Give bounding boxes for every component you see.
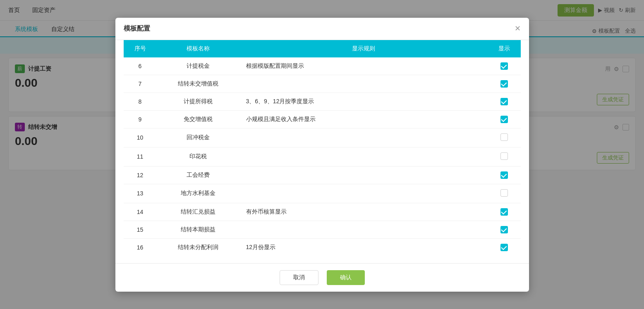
cell-name: 结转未交增值税 (157, 75, 239, 93)
cell-checkbox[interactable] (488, 184, 521, 203)
modal-overlay: 模板配置 ✕ 序号 模板名称 显示规则 显示 6 (0, 0, 644, 309)
checkbox-unchecked[interactable] (500, 189, 508, 197)
close-button[interactable]: ✕ (515, 25, 521, 32)
cell-rule: 12月份显示 (239, 238, 488, 255)
template-config-dialog: 模板配置 ✕ 序号 模板名称 显示规则 显示 6 (115, 18, 529, 292)
col-header-show: 显示 (488, 40, 521, 57)
cancel-button[interactable]: 取消 (280, 270, 318, 285)
col-header-name: 模板名称 (157, 40, 239, 57)
col-header-rule: 显示规则 (239, 40, 488, 57)
cell-name: 计提税金 (157, 57, 239, 75)
checkbox-checked[interactable] (500, 62, 508, 70)
cell-rule: 有外币核算显示 (239, 203, 488, 221)
checkbox-unchecked[interactable] (500, 133, 508, 141)
cell-rule (239, 221, 488, 238)
cell-name: 计提所得税 (157, 93, 239, 110)
dialog-footer: 取消 确认 (115, 263, 529, 292)
table-row: 12工会经费 (124, 166, 521, 184)
cell-rule (239, 147, 488, 166)
table-wrapper: 序号 模板名称 显示规则 显示 6计提税金根据模版配置期间显示7结转未交增值税8… (124, 40, 521, 255)
cell-rule: 3、6、9、12月按季度显示 (239, 93, 488, 110)
cell-name: 地方水利基金 (157, 184, 239, 203)
checkbox-checked[interactable] (500, 171, 508, 179)
checkbox-checked[interactable] (500, 208, 508, 216)
cell-rule (239, 166, 488, 184)
table-row: 8计提所得税3、6、9、12月按季度显示 (124, 93, 521, 110)
cell-name: 回冲税金 (157, 128, 239, 147)
cell-rule: 根据模版配置期间显示 (239, 57, 488, 75)
cell-index: 8 (124, 93, 157, 110)
table-row: 10回冲税金 (124, 128, 521, 147)
cell-checkbox[interactable] (488, 203, 521, 221)
cell-rule (239, 75, 488, 93)
table-row: 13地方水利基金 (124, 184, 521, 203)
cell-index: 11 (124, 147, 157, 166)
table-row: 7结转未交增值税 (124, 75, 521, 93)
col-header-index: 序号 (124, 40, 157, 57)
cell-name: 结转本期损益 (157, 221, 239, 238)
cell-index: 10 (124, 128, 157, 147)
cell-checkbox[interactable] (488, 238, 521, 255)
table-row: 15结转本期损益 (124, 221, 521, 238)
cell-index: 14 (124, 203, 157, 221)
cell-checkbox[interactable] (488, 110, 521, 128)
cell-index: 6 (124, 57, 157, 75)
config-table: 序号 模板名称 显示规则 显示 6计提税金根据模版配置期间显示7结转未交增值税8… (124, 40, 521, 255)
cell-name: 结转汇兑损益 (157, 203, 239, 221)
cell-checkbox[interactable] (488, 57, 521, 75)
cell-index: 15 (124, 221, 157, 238)
cell-index: 13 (124, 184, 157, 203)
table-header-row: 序号 模板名称 显示规则 显示 (124, 40, 521, 57)
cell-index: 16 (124, 238, 157, 255)
cell-checkbox[interactable] (488, 166, 521, 184)
checkbox-checked[interactable] (500, 226, 508, 233)
cell-name: 免交增值税 (157, 110, 239, 128)
checkbox-checked[interactable] (500, 98, 508, 105)
table-row: 14结转汇兑损益有外币核算显示 (124, 203, 521, 221)
checkbox-unchecked[interactable] (500, 152, 508, 160)
cell-rule (239, 184, 488, 203)
cell-checkbox[interactable] (488, 221, 521, 238)
checkbox-checked[interactable] (500, 244, 508, 251)
cell-rule (239, 128, 488, 147)
checkbox-checked[interactable] (500, 116, 508, 123)
cell-checkbox[interactable] (488, 75, 521, 93)
table-row: 6计提税金根据模版配置期间显示 (124, 57, 521, 75)
table-row: 11印花税 (124, 147, 521, 166)
cell-index: 7 (124, 75, 157, 93)
cell-checkbox[interactable] (488, 147, 521, 166)
cell-name: 印花税 (157, 147, 239, 166)
table-row: 16结转未分配利润12月份显示 (124, 238, 521, 255)
cell-name: 结转未分配利润 (157, 238, 239, 255)
dialog-body: 序号 模板名称 显示规则 显示 6计提税金根据模版配置期间显示7结转未交增值税8… (115, 40, 529, 263)
cell-index: 9 (124, 110, 157, 128)
cell-checkbox[interactable] (488, 128, 521, 147)
confirm-button[interactable]: 确认 (327, 270, 365, 285)
cell-index: 12 (124, 166, 157, 184)
cell-name: 工会经费 (157, 166, 239, 184)
cell-checkbox[interactable] (488, 93, 521, 110)
table-row: 9免交增值税小规模且满足收入条件显示 (124, 110, 521, 128)
dialog-title: 模板配置 (124, 24, 150, 33)
dialog-header: 模板配置 ✕ (115, 18, 529, 40)
checkbox-checked[interactable] (500, 80, 508, 88)
cell-rule: 小规模且满足收入条件显示 (239, 110, 488, 128)
